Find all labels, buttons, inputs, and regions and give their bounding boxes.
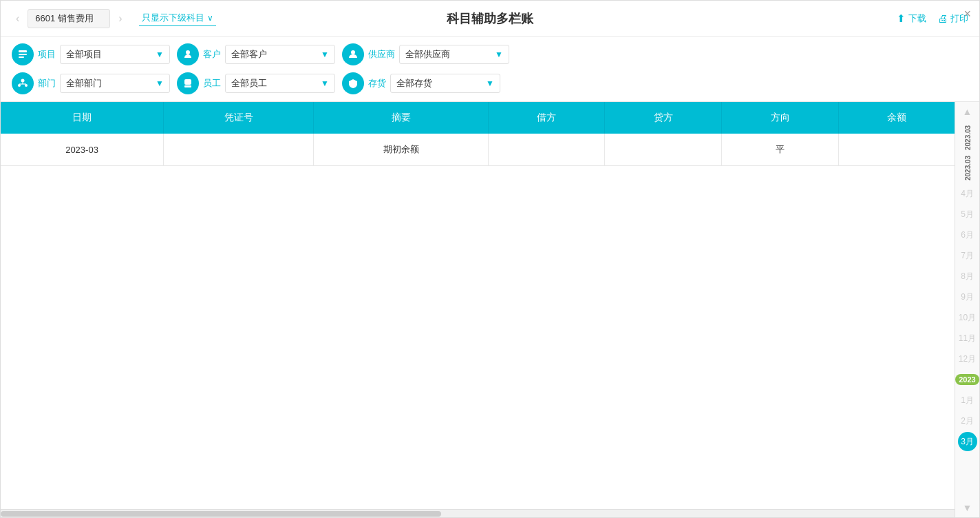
col-balance: 余额 bbox=[839, 102, 955, 134]
timeline-item-5[interactable]: 5月 bbox=[955, 204, 980, 225]
supplier-value: 全部供应商 bbox=[405, 48, 450, 61]
cell-debit bbox=[488, 134, 605, 166]
project-label: 项目 bbox=[38, 48, 56, 61]
department-arrow: ▼ bbox=[156, 79, 164, 88]
col-credit: 贷方 bbox=[605, 102, 722, 134]
timeline-item-4[interactable]: 4月 bbox=[955, 183, 980, 204]
department-select[interactable]: 全部部门 ▼ bbox=[60, 74, 170, 93]
account-code: 6601 销售费用 bbox=[28, 9, 110, 28]
timeline-item-header2[interactable]: 2023.03 bbox=[955, 154, 980, 182]
col-debit: 借方 bbox=[488, 102, 605, 134]
svg-point-4 bbox=[21, 79, 25, 83]
col-direction: 方向 bbox=[722, 102, 839, 134]
filter-item-inventory: 存货 全部存货 ▼ bbox=[342, 72, 500, 94]
up-arrow-icon: ▲ bbox=[963, 106, 972, 117]
svg-rect-1 bbox=[19, 54, 27, 55]
timeline-year-badge[interactable]: 2023 bbox=[955, 369, 980, 390]
ledger-table: 日期 凭证号 摘要 借方 贷方 方向 余额 2023-03 bbox=[1, 102, 955, 166]
filter-item-customer: 客户 全部客户 ▼ bbox=[177, 43, 335, 65]
right-sidebar: ▲ 2023.03 2023.03 4月 5月 6月 7月 8月 9月 10月 … bbox=[955, 102, 979, 517]
sidebar-up-button[interactable]: ▲ bbox=[955, 102, 980, 121]
timeline-item-8[interactable]: 8月 bbox=[955, 266, 980, 287]
filter-item-supplier: 供应商 全部供应商 ▼ bbox=[342, 43, 509, 65]
download-icon: ⬆ bbox=[897, 12, 906, 25]
main-container: ‹ 6601 销售费用 › 只显示下级科目 ∨ 科目辅助多栏账 ⬆ 下载 🖨 打… bbox=[0, 0, 980, 518]
department-label: 部门 bbox=[38, 77, 56, 90]
filter-row-1: 项目 全部项目 ▼ 客户 全部客户 ▼ bbox=[12, 43, 509, 65]
filter-item-employee: 员工 全部员工 ▼ bbox=[177, 72, 335, 94]
cell-voucher bbox=[164, 134, 314, 166]
customer-value: 全部客户 bbox=[231, 48, 267, 61]
filter-item-department: 部门 全部部门 ▼ bbox=[12, 72, 170, 94]
show-sub-button[interactable]: 只显示下级科目 ∨ bbox=[139, 10, 216, 26]
col-voucher: 凭证号 bbox=[164, 102, 314, 134]
horizontal-scrollbar[interactable] bbox=[1, 509, 979, 517]
show-sub-arrow: ∨ bbox=[207, 13, 213, 23]
print-icon: 🖨 bbox=[937, 12, 948, 24]
table-wrapper[interactable]: 日期 凭证号 摘要 借方 贷方 方向 余额 2023-03 bbox=[1, 102, 979, 509]
timeline-item-header1[interactable]: 2023.03 bbox=[955, 124, 980, 152]
nav-area: ‹ 6601 销售费用 › 只显示下级科目 ∨ bbox=[12, 9, 216, 28]
sidebar-down-button[interactable]: ▼ bbox=[955, 498, 980, 517]
inventory-icon bbox=[342, 72, 364, 94]
download-button[interactable]: ⬆ 下载 bbox=[897, 12, 926, 25]
employee-label: 员工 bbox=[203, 77, 221, 90]
timeline-item-10[interactable]: 10月 bbox=[955, 307, 980, 328]
cell-credit bbox=[605, 134, 722, 166]
filter-row-2: 部门 全部部门 ▼ 员工 全部员工 ▼ bbox=[12, 72, 500, 94]
inventory-label: 存货 bbox=[368, 77, 386, 90]
timeline-item-7[interactable]: 7月 bbox=[955, 245, 980, 266]
top-actions: ⬆ 下载 🖨 打印 bbox=[897, 12, 968, 25]
inventory-select[interactable]: 全部存货 ▼ bbox=[390, 74, 500, 93]
filter-item-project: 项目 全部项目 ▼ bbox=[12, 43, 170, 65]
col-summary: 摘要 bbox=[314, 102, 488, 134]
inventory-value: 全部存货 bbox=[396, 77, 432, 90]
project-value: 全部项目 bbox=[66, 48, 102, 61]
customer-arrow: ▼ bbox=[321, 50, 329, 59]
svg-rect-0 bbox=[19, 50, 27, 52]
top-bar: ‹ 6601 销售费用 › 只显示下级科目 ∨ 科目辅助多栏账 ⬆ 下载 🖨 打… bbox=[1, 1, 979, 37]
customer-label: 客户 bbox=[203, 48, 221, 61]
page-title: 科目辅助多栏账 bbox=[447, 10, 533, 27]
cell-direction: 平 bbox=[722, 134, 839, 166]
timeline-container: 2023.03 2023.03 4月 5月 6月 7月 8月 9月 10月 11… bbox=[955, 121, 980, 498]
show-sub-label: 只显示下级科目 bbox=[142, 12, 204, 24]
col-date: 日期 bbox=[1, 102, 164, 134]
employee-select[interactable]: 全部员工 ▼ bbox=[225, 74, 335, 93]
timeline-item-9[interactable]: 9月 bbox=[955, 287, 980, 307]
prev-arrow[interactable]: ‹ bbox=[12, 11, 23, 26]
timeline-item-3-active[interactable]: 3月 bbox=[958, 432, 977, 451]
cell-date: 2023-03 bbox=[1, 134, 164, 166]
supplier-select[interactable]: 全部供应商 ▼ bbox=[399, 45, 509, 64]
timeline-item-11[interactable]: 11月 bbox=[955, 328, 980, 349]
supplier-icon bbox=[342, 43, 364, 65]
timeline-item-1[interactable]: 1月 bbox=[955, 390, 980, 411]
table-area: 日期 凭证号 摘要 借方 贷方 方向 余额 2023-03 bbox=[1, 102, 979, 517]
table-body: 2023-03 期初余额 平 bbox=[1, 134, 955, 166]
scrollbar-thumb bbox=[1, 511, 441, 517]
supplier-arrow: ▼ bbox=[495, 50, 503, 59]
timeline-item-6[interactable]: 6月 bbox=[955, 225, 980, 245]
svg-rect-11 bbox=[184, 79, 191, 85]
employee-arrow: ▼ bbox=[321, 79, 329, 88]
employee-icon bbox=[177, 72, 199, 94]
cell-balance bbox=[839, 134, 955, 166]
timeline-item-2[interactable]: 2月 bbox=[955, 411, 980, 431]
department-icon bbox=[12, 72, 34, 94]
employee-value: 全部员工 bbox=[231, 77, 267, 90]
filter-area: 项目 全部项目 ▼ 客户 全部客户 ▼ bbox=[1, 37, 979, 102]
download-label: 下载 bbox=[908, 12, 926, 25]
timeline-item-12[interactable]: 12月 bbox=[955, 349, 980, 369]
next-arrow[interactable]: › bbox=[114, 11, 126, 26]
year-badge: 2023 bbox=[955, 374, 979, 385]
supplier-label: 供应商 bbox=[368, 48, 395, 61]
customer-select[interactable]: 全部客户 ▼ bbox=[225, 45, 335, 64]
department-value: 全部部门 bbox=[66, 77, 102, 90]
cell-summary: 期初余额 bbox=[314, 134, 488, 166]
project-icon bbox=[12, 43, 34, 65]
close-button[interactable]: × bbox=[963, 8, 971, 20]
svg-rect-2 bbox=[19, 56, 24, 58]
down-arrow-icon: ▼ bbox=[963, 502, 972, 513]
customer-icon bbox=[177, 43, 199, 65]
project-select[interactable]: 全部项目 ▼ bbox=[60, 45, 170, 64]
